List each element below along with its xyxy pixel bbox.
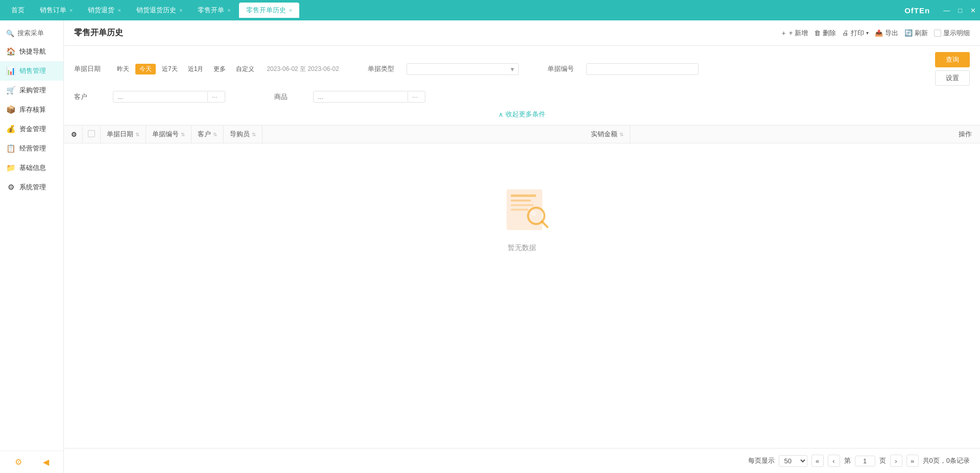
th-单据编号[interactable]: 单据编号⇅ [146,126,192,143]
sidebar-icon: ⚙ [6,183,15,192]
tab-零售开单历史[interactable]: 零售开单历史× [239,3,299,18]
export-button[interactable]: 📤 导出 [875,29,898,38]
sort-icon: ⇅ [181,132,185,137]
display-detail-label: 显示明细 [943,29,970,38]
delete-button[interactable]: 🗑 删除 [814,29,836,38]
display-detail-checkbox[interactable] [934,30,941,37]
first-page-btn[interactable]: « [811,455,824,467]
refresh-button[interactable]: 🔄 刷新 [904,29,928,38]
sidebar-item-系统管理[interactable]: ⚙ 系统管理 [0,178,63,197]
tab-销货退货历史[interactable]: 销货退货历史× [129,3,189,18]
print-button[interactable]: 🖨 打印 ▾ [842,29,869,38]
tab-label: 销货退货 [88,6,114,15]
sidebar-item-基础信息[interactable]: 📁 基础信息 [0,158,63,178]
date-filter-buttons: 昨天今天近7天近1月更多自定义 [113,64,258,74]
content-area: 零售开单历史 ＋ + 新增 🗑 删除 🖨 打印 ▾ 📤 导出 [64,20,980,473]
tab-close-icon[interactable]: × [69,7,73,13]
customer-ellipsis-btn[interactable]: ··· [207,91,222,102]
tab-销货退货[interactable]: 销货退货× [81,3,128,18]
print-arrow-icon: ▾ [866,30,869,36]
tab-close-icon[interactable]: × [289,7,292,13]
filter-row-2: 客户 ··· 商品 ··· [74,91,970,103]
pagination: 每页显示 50 20 100 « ‹ 第 页 › » 共0页，0条记录 [64,448,980,473]
prev-page-btn[interactable]: ‹ [828,455,840,467]
date-btn-昨天[interactable]: 昨天 [113,64,133,74]
close-btn[interactable]: ✕ [970,7,976,14]
date-btn-今天[interactable]: 今天 [135,64,156,74]
th-导购员[interactable]: 导购员⇅ [224,126,262,143]
date-btn-更多[interactable]: 更多 [209,64,230,74]
sidebar-icon: 📊 [6,66,15,76]
th-单据日期[interactable]: 单据日期⇅ [101,126,146,143]
collapse-label: 收起更多条件 [506,110,545,119]
tab-close-icon[interactable]: × [117,7,121,13]
th-操作: 操作 [952,126,978,143]
tab-销售订单[interactable]: 销售订单× [33,3,80,18]
sidebar-item-销售管理[interactable]: 📊 销售管理 [0,61,63,81]
date-btn-自定义[interactable]: 自定义 [232,64,258,74]
col-label: 实销金额 [591,130,617,139]
delete-icon: 🗑 [814,29,821,37]
brand-label: OfTEn [904,6,930,15]
sort-icon: ⇅ [213,132,217,137]
tab-零售开单[interactable]: 零售开单× [190,3,237,18]
per-page-select[interactable]: 50 20 100 [779,455,807,467]
sidebar-item-label: 经营管理 [19,144,46,153]
sidebar-bottom: ⚙ ◀ [0,451,63,473]
page-suffix: 页 [879,456,886,465]
minimize-btn[interactable]: — [943,7,950,14]
next-page-btn[interactable]: › [890,455,902,467]
per-page-label: 每页显示 [748,456,775,465]
goods-ellipsis-btn[interactable]: ··· [408,91,422,102]
sidebar-item-label: 采购管理 [19,86,46,95]
page-input[interactable] [855,456,875,466]
tab-首页[interactable]: 首页 [4,3,32,18]
th-客户[interactable]: 客户⇅ [192,126,224,143]
sidebar-item-采购管理[interactable]: 🛒 采购管理 [0,81,63,100]
doc-type-select[interactable]: ▾ [407,63,519,75]
sidebar-search[interactable]: 🔍 搜索采单 [0,24,63,42]
goods-input[interactable] [314,91,408,102]
sidebar-icon: 📁 [6,163,15,172]
maximize-btn[interactable]: □ [958,7,962,14]
tab-close-icon[interactable]: × [227,7,230,13]
add-icon: ＋ [780,29,787,38]
sidebar-item-库存核算[interactable]: 📦 库存核算 [0,100,63,119]
add-button[interactable]: ＋ + 新增 [780,29,808,38]
select-all-checkbox-box[interactable] [88,130,95,137]
empty-text-label: 暂无数据 [508,243,536,253]
tab-bar: 首页销售订单×销货退货×销货退货历史×零售开单×零售开单历史× [4,3,904,18]
filter-area: 单据日期 昨天今天近7天近1月更多自定义 2023-06-02 至 2023-0… [64,46,980,126]
tab-close-icon[interactable]: × [179,7,182,13]
sidebar: 🔍 搜索采单 🏠 快捷导航 📊 销售管理 🛒 采购管理 📦 库存核算 💰 资金管… [0,20,64,473]
query-button[interactable]: 查询 [935,52,970,67]
total-info: 共0页，0条记录 [923,456,970,465]
set-button[interactable]: 设置 [935,70,970,86]
sidebar-item-快捷导航[interactable]: 🏠 快捷导航 [0,42,63,61]
customer-input[interactable] [113,91,207,102]
goods-label: 商品 [274,92,305,102]
date-btn-近7天[interactable]: 近7天 [158,64,182,74]
doc-type-label: 单据类型 [368,64,398,73]
sort-icon: ⇅ [135,132,139,137]
settings-bottom-icon[interactable]: ⚙ [15,457,22,467]
select-all-checkbox[interactable] [83,126,101,143]
doc-no-input[interactable] [586,63,699,75]
doc-type-arrow-icon: ▾ [511,65,514,73]
export-icon: 📤 [875,29,883,37]
customer-label: 客户 [74,92,105,102]
svg-rect-4 [511,209,529,211]
collapse-sidebar-icon[interactable]: ◀ [43,457,49,467]
th-实销金额[interactable]: 实销金额⇅ [585,126,630,143]
sidebar-item-label: 快捷导航 [19,47,46,56]
search-icon: 🔍 [6,30,14,37]
table-settings-btn[interactable]: ⚙ [66,127,83,142]
date-btn-近1月[interactable]: 近1月 [184,64,208,74]
display-detail-toggle[interactable]: 显示明细 [934,29,970,38]
collapse-filter-btn[interactable]: ∧ 收起更多条件 [74,108,970,123]
sidebar-item-经营管理[interactable]: 📋 经营管理 [0,139,63,158]
sidebar-icon: 📦 [6,105,15,114]
sidebar-item-资金管理[interactable]: 💰 资金管理 [0,119,63,139]
empty-state: 暂无数据 [64,143,980,273]
last-page-btn[interactable]: » [906,455,919,467]
